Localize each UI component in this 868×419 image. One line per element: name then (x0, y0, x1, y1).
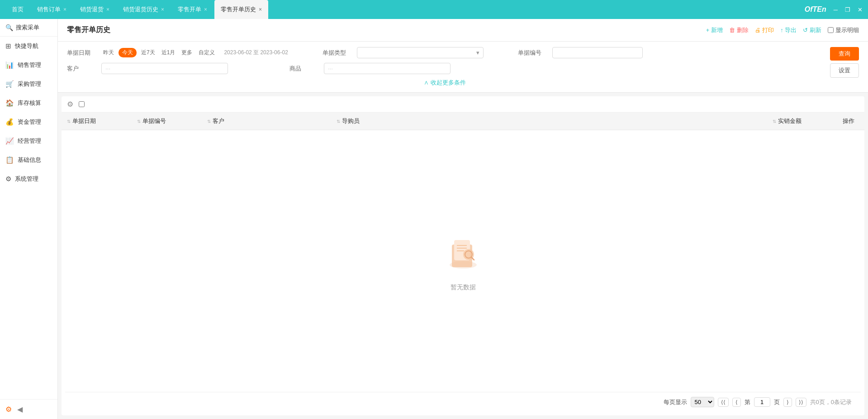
tab-close-sales-order[interactable]: × (63, 6, 66, 13)
sidebar-item-sales-mgmt[interactable]: 📊 销售管理 (0, 56, 57, 75)
tab-close-sales-return-history[interactable]: × (161, 6, 164, 13)
page-size-select[interactable]: 50 10 20 100 (691, 397, 714, 407)
gear-icon[interactable]: ⚙ (67, 100, 73, 108)
filter-settings-button[interactable]: 设置 (830, 63, 859, 78)
customer-select[interactable]: ··· (101, 63, 228, 74)
add-button[interactable]: + 新增 (706, 26, 723, 34)
table-toolbar: ⚙ (62, 96, 864, 113)
filter-row-1: 单据日期 昨天 今天 近7天 近1月 更多 自定义 2023-06-02 至 2… (67, 47, 823, 58)
system-icon: ⚙ (5, 175, 11, 183)
sidebar-item-quick-nav[interactable]: ⊞ 快捷导航 (0, 37, 57, 56)
delete-button[interactable]: 🗑 删除 (729, 26, 749, 34)
page-actions: + 新增 🗑 删除 🖨 打印 ↑ 导出 ↺ 刷新 显示明细 (706, 26, 859, 34)
sidebar-collapse-icon[interactable]: ◀ (17, 405, 23, 414)
doc-type-arrow: ▾ (476, 49, 479, 56)
show-detail-check[interactable]: 显示明细 (828, 26, 859, 34)
sidebar-search[interactable]: 🔍 搜索采单 (0, 19, 57, 37)
date-btn-more[interactable]: 更多 (180, 48, 194, 57)
th-guide[interactable]: ⇅ 导购员 (331, 113, 401, 130)
first-page-btn[interactable]: ⟨⟨ (718, 398, 729, 407)
show-detail-checkbox[interactable] (828, 27, 834, 33)
customer-value: ··· (105, 65, 224, 72)
tab-sales-return[interactable]: 销货退货 × (74, 0, 116, 19)
collapse-btn[interactable]: ∧ 收起更多条件 (67, 79, 823, 87)
next-page-btn[interactable]: ⟩ (783, 398, 792, 407)
sidebar-item-purchase-mgmt[interactable]: 🛒 采购管理 (0, 75, 57, 94)
pagination-bar: 每页显示 50 10 20 100 ⟨⟨ ⟨ 第 页 ⟩ ⟩⟩ 共0页，0条记录 (65, 392, 861, 412)
page-input[interactable] (754, 397, 770, 407)
brand-label: OfTEn (805, 5, 826, 14)
export-button[interactable]: ↑ 导出 (780, 26, 797, 34)
doc-num-input[interactable] (552, 47, 643, 58)
tab-retail-history[interactable]: 零售开单历史 × (214, 0, 268, 19)
sort-guide-icon: ⇅ (337, 119, 340, 124)
date-btn-month[interactable]: 近1月 (160, 48, 177, 57)
content-wrapper: ⚙ ⇅ 单据日期 ⇅ 单据编号 ⇅ 客户 ⇅ 导购员 (62, 96, 864, 415)
th-client[interactable]: ⇅ 客户 (202, 113, 331, 130)
sort-amount-icon: ⇅ (773, 119, 776, 124)
sort-date-icon: ⇅ (67, 119, 71, 124)
select-all-checkbox[interactable] (79, 101, 85, 107)
tab-close-retail-open[interactable]: × (204, 6, 207, 13)
th-date[interactable]: ⇅ 单据日期 (62, 113, 132, 130)
query-btns: 查询 设置 (830, 47, 859, 78)
tab-sales-return-history[interactable]: 销货退货历史 × (117, 0, 171, 19)
goods-value: ··· (328, 65, 446, 72)
sidebar-settings-icon[interactable]: ⚙ (5, 405, 12, 414)
filter-row-2: 客户 ··· 商品 ··· (67, 63, 823, 74)
date-btn-yesterday[interactable]: 昨天 (101, 48, 116, 57)
sidebar-item-label: 经营管理 (18, 137, 41, 145)
query-button[interactable]: 查询 (830, 47, 859, 61)
sidebar-item-system[interactable]: ⚙ 系统管理 (0, 169, 57, 188)
sort-num-icon: ⇅ (137, 119, 141, 124)
inventory-icon: 🏠 (5, 99, 14, 107)
empty-illustration (441, 231, 486, 276)
tab-home[interactable]: 首页 (5, 0, 30, 19)
date-range: 2023-06-02 至 2023-06-02 (224, 49, 288, 56)
refresh-button[interactable]: ↺ 刷新 (803, 26, 821, 34)
last-page-btn[interactable]: ⟩⟩ (796, 398, 806, 407)
tab-list: 首页 销售订单 × 销货退货 × 销货退货历史 × 零售开单 × 零售开单历史 … (5, 0, 268, 19)
content-area: 零售开单历史 + 新增 🗑 删除 🖨 打印 ↑ 导出 ↺ 刷新 显示明细 单据 (58, 19, 868, 419)
print-button[interactable]: 🖨 打印 (755, 26, 774, 34)
doc-type-label: 单据类型 (323, 49, 350, 57)
sidebar-item-inventory[interactable]: 🏠 库存核算 (0, 94, 57, 113)
date-btn-today[interactable]: 今天 (119, 48, 137, 57)
goods-label: 商品 (289, 65, 317, 73)
tab-retail-open[interactable]: 零售开单 × (171, 0, 213, 19)
minimize-btn[interactable]: ─ (834, 6, 838, 13)
tab-close-sales-return[interactable]: × (106, 6, 109, 13)
sidebar-item-label: 销售管理 (18, 61, 41, 69)
page-title: 零售开单历史 (67, 25, 110, 35)
goods-select[interactable]: ··· (324, 63, 451, 74)
filter-section: 单据日期 昨天 今天 近7天 近1月 更多 自定义 2023-06-02 至 2… (67, 47, 859, 87)
sort-client-icon: ⇅ (207, 119, 211, 124)
empty-state: 暂无数据 (62, 130, 864, 392)
sidebar-item-finance[interactable]: 💰 资金管理 (0, 113, 57, 132)
doc-type-select[interactable]: ▾ (357, 47, 484, 58)
th-num[interactable]: ⇅ 单据编号 (132, 113, 202, 130)
sidebar-item-label: 系统管理 (15, 175, 38, 183)
th-amount[interactable]: ⇅ 实销金额 (767, 113, 837, 130)
date-btn-week[interactable]: 近7天 (139, 48, 157, 57)
quick-nav-icon: ⊞ (5, 42, 11, 50)
date-btns: 昨天 今天 近7天 近1月 更多 自定义 (101, 48, 217, 57)
sidebar-search-label: 搜索采单 (16, 24, 39, 32)
sidebar-item-label: 采购管理 (18, 80, 41, 88)
restore-btn[interactable]: ❐ (845, 6, 850, 13)
doc-num-label: 单据编号 (518, 49, 545, 57)
search-icon: 🔍 (5, 24, 13, 31)
tab-close-retail-history[interactable]: × (259, 6, 262, 13)
basic-info-icon: 📋 (5, 156, 14, 164)
page-header: 零售开单历史 + 新增 🗑 删除 🖨 打印 ↑ 导出 ↺ 刷新 显示明细 (58, 19, 868, 42)
sidebar-item-operations[interactable]: 📈 经营管理 (0, 132, 57, 151)
sidebar: 🔍 搜索采单 ⊞ 快捷导航 📊 销售管理 🛒 采购管理 🏠 库存核算 💰 资金管… (0, 19, 58, 419)
page-word: 第 (745, 398, 750, 406)
sidebar-item-label: 库存核算 (18, 99, 41, 107)
prev-page-btn[interactable]: ⟨ (732, 398, 741, 407)
page-size-label: 每页显示 (664, 398, 687, 406)
close-btn[interactable]: ✕ (858, 6, 863, 13)
tab-sales-order[interactable]: 销售订单 × (31, 0, 73, 19)
sidebar-item-basic-info[interactable]: 📋 基础信息 (0, 151, 57, 169)
date-btn-custom[interactable]: 自定义 (197, 48, 217, 57)
